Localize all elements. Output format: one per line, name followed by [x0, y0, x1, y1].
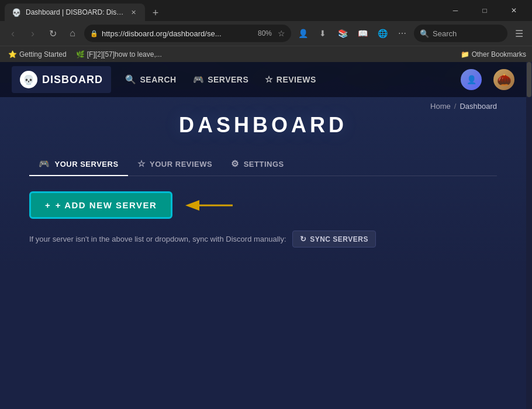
address-text: https://disboard.org/dashboard/se...	[102, 29, 252, 38]
leaf-icon: 🌿	[76, 50, 85, 59]
dashboard-title: DASHBOARD	[29, 113, 497, 138]
disboard-navbar: 💀 DISBOARD 🔍 SEARCH 🎮 SERVERS ☆ REVIEWS …	[0, 62, 526, 97]
plus-icon: +	[45, 200, 51, 210]
back-button[interactable]: ‹	[5, 25, 21, 42]
user-avatar-2[interactable]: 🌰	[493, 69, 514, 90]
breadcrumb-current: Dashboard	[460, 102, 497, 111]
sync-btn-label: SYNC SERVERS	[310, 235, 368, 243]
reader-icon[interactable]: 📖	[354, 25, 371, 42]
browser-chrome: 💀 Dashboard | DISBOARD: Disco... ✕ + ─ □…	[0, 0, 532, 62]
tab-favicon: 💀	[12, 8, 21, 17]
nav-link-reviews[interactable]: ☆ REVIEWS	[262, 70, 319, 90]
home-button[interactable]: ⌂	[64, 25, 81, 42]
tab-close-icon[interactable]: ✕	[129, 8, 138, 17]
settings-tab-icon: ⚙	[231, 159, 239, 169]
profile-icon[interactable]: 👤	[295, 25, 311, 42]
page-main: Home / Dashboard DASHBOARD 🎮 YOUR SERVER…	[0, 97, 526, 265]
menu-icon[interactable]: ☰	[511, 25, 527, 42]
sync-icon: ↻	[300, 235, 307, 243]
refresh-button[interactable]: ↻	[44, 25, 61, 42]
skull-logo-icon: 💀	[20, 71, 37, 88]
servers-nav-icon: 🎮	[193, 74, 205, 85]
tab-your-reviews[interactable]: ☆ YOUR REVIEWS	[128, 153, 222, 176]
nav-bar: ‹ › ↻ ⌂ 🔒 https://disboard.org/dashboard…	[0, 21, 532, 46]
search-nav-icon: 🔍	[125, 74, 137, 85]
search-icon: 🔍	[420, 29, 429, 38]
new-tab-button[interactable]: +	[147, 5, 164, 21]
nav-link-servers[interactable]: 🎮 SERVERS	[191, 70, 251, 90]
tab-settings[interactable]: ⚙ SETTINGS	[222, 153, 293, 176]
extensions-icon[interactable]: ⋯	[394, 25, 410, 42]
reviews-tab-icon: ☆	[137, 159, 146, 169]
nav-link-search[interactable]: 🔍 SEARCH	[123, 70, 179, 90]
folder-icon: 📁	[461, 50, 469, 59]
bookmark-leaf[interactable]: 🌿 [F][2][57]how to leave,...	[74, 49, 164, 60]
library-icon[interactable]: 📚	[334, 25, 351, 42]
maximize-button[interactable]: □	[471, 0, 498, 21]
globe-icon[interactable]: 🌐	[374, 25, 391, 42]
annotation-arrow	[183, 197, 236, 214]
forward-button[interactable]: ›	[25, 25, 41, 42]
logo-text: DISBOARD	[42, 74, 103, 86]
other-bookmarks[interactable]: 📁 Other Bookmarks	[461, 50, 526, 59]
address-bar[interactable]: 🔒 https://disboard.org/dashboard/se... 8…	[84, 25, 291, 42]
scrollbar-thumb[interactable]	[527, 62, 531, 97]
close-button[interactable]: ✕	[500, 0, 527, 21]
page-content: 💀 DISBOARD 🔍 SEARCH 🎮 SERVERS ☆ REVIEWS …	[0, 62, 526, 409]
dashboard-tabs: 🎮 YOUR SERVERS ☆ YOUR REVIEWS ⚙ SETTINGS	[29, 153, 497, 176]
bookmark-star-icon[interactable]: ☆	[278, 29, 285, 38]
security-icon: 🔒	[90, 30, 98, 37]
minimize-button[interactable]: ─	[442, 0, 469, 21]
reviews-nav-icon: ☆	[265, 74, 273, 85]
active-tab[interactable]: 💀 Dashboard | DISBOARD: Disco... ✕	[5, 4, 145, 21]
disboard-logo[interactable]: 💀 DISBOARD	[12, 66, 111, 93]
breadcrumb-home[interactable]: Home	[430, 102, 451, 111]
tab-your-servers[interactable]: 🎮 YOUR SERVERS	[29, 153, 128, 176]
sync-row: If your server isn't in the above list o…	[29, 231, 497, 248]
search-label: Search	[433, 29, 457, 38]
zoom-level[interactable]: 80%	[255, 28, 274, 39]
tab-title: Dashboard | DISBOARD: Disco...	[26, 8, 124, 16]
add-new-server-button[interactable]: + + ADD NEW SERVER	[29, 191, 172, 219]
scrollbar-track[interactable]	[526, 62, 532, 409]
add-server-row: + + ADD NEW SERVER	[29, 191, 497, 219]
tab-bar: 💀 Dashboard | DISBOARD: Disco... ✕ + ─ □…	[0, 0, 532, 21]
browser-search-bar[interactable]: 🔍 Search	[414, 25, 507, 42]
breadcrumb-separator: /	[454, 102, 457, 111]
bookmarks-bar: ⭐ Getting Started 🌿 [F][2][57]how to lea…	[0, 46, 532, 62]
breadcrumb: Home / Dashboard	[29, 97, 497, 113]
bookmark-getting-started[interactable]: ⭐ Getting Started	[6, 49, 69, 60]
user-avatar-1[interactable]: 👤	[461, 69, 482, 90]
sync-servers-button[interactable]: ↻ SYNC SERVERS	[292, 231, 376, 248]
bookmark-star-icon: ⭐	[8, 50, 17, 59]
servers-tab-icon: 🎮	[39, 159, 50, 169]
add-server-label: + ADD NEW SERVER	[56, 200, 157, 210]
download-icon[interactable]: ⬇	[315, 25, 331, 42]
sync-hint-text: If your server isn't in the above list o…	[29, 235, 286, 243]
arrow-annotation	[183, 197, 236, 214]
